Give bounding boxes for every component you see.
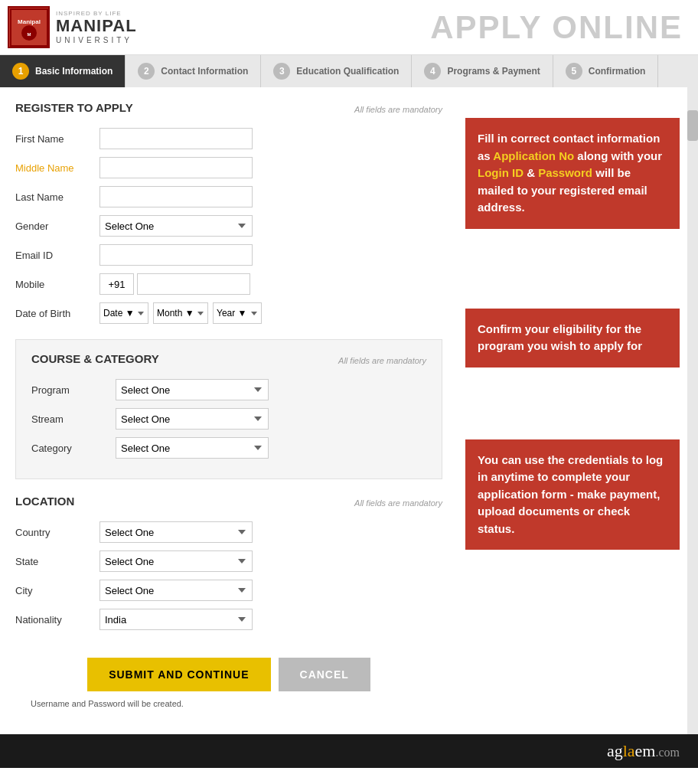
step-2-contact[interactable]: 2 Contact Information	[126, 55, 261, 87]
logo-manipal: MANIPAL	[56, 17, 137, 35]
dob-month-select[interactable]: Month ▼	[153, 302, 208, 324]
email-input[interactable]	[99, 244, 253, 266]
footer-brand-em: em	[635, 741, 656, 760]
step-3-education[interactable]: 3 Education Qualification	[261, 55, 412, 87]
info-box-1: Fill in correct contact information as A…	[465, 118, 680, 229]
dob-inputs: Date ▼ Month ▼ Year ▼	[99, 302, 262, 324]
nationality-label: Nationality	[15, 614, 92, 626]
register-section: REGISTER TO APPLY All fields are mandato…	[15, 101, 442, 324]
course-section: COURSE & CATEGORY All fields are mandato…	[15, 339, 442, 479]
last-name-input[interactable]	[99, 186, 253, 207]
scrollbar-thumb[interactable]	[687, 110, 698, 141]
program-select[interactable]: Select One	[116, 379, 269, 400]
state-label: State	[15, 556, 92, 567]
logo-icon: Manipal M	[8, 6, 50, 48]
state-select[interactable]: Select One	[99, 550, 253, 572]
footer: aglaem.com	[0, 734, 698, 768]
step-4-programs[interactable]: 4 Programs & Payment	[412, 55, 553, 87]
footer-brand: aglaem.com	[607, 741, 680, 761]
program-label: Program	[31, 384, 108, 396]
info-box-1-text3: &	[524, 166, 538, 179]
last-name-label: Last Name	[15, 191, 92, 203]
step-5-confirmation[interactable]: 5 Confirmation	[553, 55, 659, 87]
category-select[interactable]: Select One	[116, 437, 269, 459]
step-5-label: Confirmation	[589, 66, 646, 77]
info-box-1-highlight3: Password	[538, 166, 592, 179]
mobile-row: Mobile	[15, 273, 442, 295]
logo-area: Manipal M INSPIRED BY LIFE MANIPAL UNIVE…	[8, 6, 137, 48]
category-row: Category Select One	[31, 437, 426, 459]
cancel-button[interactable]: CANCEL	[279, 658, 370, 691]
stream-select[interactable]: Select One	[116, 408, 269, 430]
svg-text:Manipal: Manipal	[18, 18, 41, 25]
email-row: Email ID	[15, 244, 442, 266]
email-label: Email ID	[15, 250, 92, 261]
footer-brand-ag: ag	[607, 741, 623, 760]
state-row: State Select One	[15, 550, 442, 572]
gender-select[interactable]: Select One Male Female Other	[99, 215, 253, 237]
info-box-3: You can use the credentials to log in an…	[465, 439, 680, 550]
apply-online-heading: APPLY ONLINE	[430, 9, 683, 46]
course-title: COURSE & CATEGORY	[31, 352, 159, 365]
city-label: City	[15, 585, 92, 596]
dob-year-select[interactable]: Year ▼	[213, 302, 262, 324]
steps-navigation: 1 Basic Information 2 Contact Informatio…	[0, 55, 698, 87]
form-area: REGISTER TO APPLY All fields are mandato…	[0, 87, 458, 734]
scrollbar[interactable]	[687, 87, 698, 734]
header: Manipal M INSPIRED BY LIFE MANIPAL UNIVE…	[0, 0, 698, 55]
footer-brand-dotcom: .com	[655, 746, 680, 759]
course-mandatory-note: All fields are mandatory	[338, 356, 426, 365]
step-2-number: 2	[138, 63, 155, 80]
country-select[interactable]: Select One	[99, 521, 253, 543]
category-label: Category	[31, 443, 108, 454]
city-select[interactable]: Select One	[99, 580, 253, 601]
dob-date-select[interactable]: Date ▼	[99, 302, 148, 324]
mobile-prefix-input[interactable]	[99, 273, 134, 295]
step-1-label: Basic Information	[35, 66, 113, 77]
middle-name-row: Middle Name	[15, 157, 442, 178]
location-section: LOCATION All fields are mandatory Countr…	[15, 495, 442, 630]
info-box-3-text: You can use the credentials to log in an…	[478, 453, 663, 535]
dob-label: Date of Birth	[15, 308, 92, 319]
middle-name-input[interactable]	[99, 157, 253, 178]
mobile-number-input[interactable]	[137, 273, 250, 295]
step-3-number: 3	[273, 63, 290, 80]
register-section-header: REGISTER TO APPLY All fields are mandato…	[15, 101, 442, 117]
step-4-label: Programs & Payment	[447, 66, 540, 77]
svg-text:M: M	[27, 32, 31, 37]
mobile-inputs	[99, 273, 250, 295]
program-row: Program Select One	[31, 379, 426, 400]
info-box-1-highlight1: Application No	[493, 149, 574, 162]
nationality-select[interactable]: India	[99, 609, 253, 630]
step-4-number: 4	[424, 63, 441, 80]
last-name-row: Last Name	[15, 186, 442, 207]
location-mandatory-note: All fields are mandatory	[354, 498, 442, 508]
username-note: Username and Password will be created.	[31, 699, 184, 708]
logo-university: UNIVERSITY	[56, 36, 137, 44]
first-name-row: First Name	[15, 128, 442, 149]
middle-name-label: Middle Name	[15, 162, 92, 174]
country-label: Country	[15, 527, 92, 538]
dob-row: Date of Birth Date ▼ Month ▼ Year ▼	[15, 302, 442, 324]
country-row: Country Select One	[15, 521, 442, 543]
register-mandatory-note: All fields are mandatory	[354, 105, 442, 114]
info-box-2-text: Confirm your eligibility for the program…	[478, 322, 642, 353]
location-title: LOCATION	[15, 495, 74, 508]
course-section-header: COURSE & CATEGORY All fields are mandato…	[31, 352, 426, 368]
step-1-number: 1	[12, 63, 29, 80]
step-2-label: Contact Information	[161, 66, 248, 77]
step-1-basic-info[interactable]: 1 Basic Information	[0, 55, 126, 87]
submit-button[interactable]: SUBMIT AND CONTINUE	[87, 658, 270, 691]
info-box-1-highlight2: Login ID	[478, 166, 524, 179]
stream-label: Stream	[31, 413, 108, 425]
footer-brand-la: la	[623, 741, 635, 760]
gender-label: Gender	[15, 220, 92, 232]
register-title: REGISTER TO APPLY	[15, 101, 133, 114]
nationality-row: Nationality India	[15, 609, 442, 630]
city-row: City Select One	[15, 580, 442, 601]
step-5-number: 5	[566, 63, 582, 80]
info-box-2: Confirm your eligibility for the program…	[465, 309, 680, 368]
first-name-input[interactable]	[99, 128, 253, 149]
logo-text: INSPIRED BY LIFE MANIPAL UNIVERSITY	[56, 10, 137, 44]
buttons-area: SUBMIT AND CONTINUE CANCEL Username and …	[15, 645, 442, 720]
